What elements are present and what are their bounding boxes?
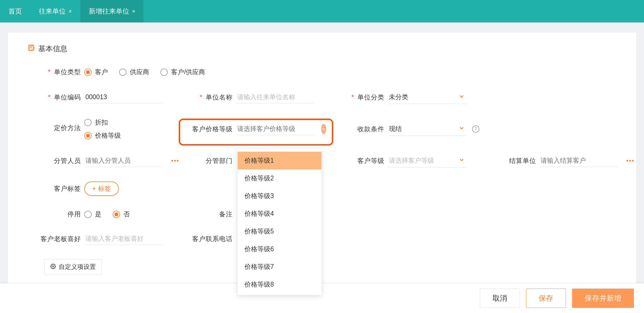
label-settlement-unit: 结算单位 <box>491 156 536 165</box>
input-unit-name[interactable] <box>236 91 315 103</box>
tab-add-contact[interactable]: 新增往来单位 × <box>80 0 144 22</box>
field-disabled: 停用 是 否 <box>36 210 185 219</box>
dropdown-item[interactable]: 价格等级2 <box>238 169 321 187</box>
tab-contacts[interactable]: 往来单位 × <box>30 0 80 22</box>
tab-label: 首页 <box>8 7 22 16</box>
dropdown-price-level[interactable]: 价格等级1 价格等级2 价格等级3 价格等级4 价格等级5 价格等级6 价格等级… <box>238 149 321 295</box>
input-settlement-wrap[interactable]: ••• <box>539 155 618 167</box>
input-manager-wrap[interactable]: ••• <box>84 155 163 167</box>
label-boss-pref: 客户老板喜好 <box>36 235 81 243</box>
label-price-level: 客户价格等级 <box>188 125 233 133</box>
tag-btn-label: 标签 <box>98 184 111 193</box>
dropdown-item[interactable]: 价格等级8 <box>238 276 321 293</box>
label-customer-level: 客户等级 <box>339 156 384 165</box>
radio-no[interactable]: 否 <box>113 210 130 219</box>
radio-label: 价格等级 <box>95 131 121 140</box>
close-icon[interactable]: × <box>132 8 135 15</box>
cancel-button[interactable]: 取消 <box>480 289 520 308</box>
field-unit-category: 单位分类 未分类 <box>339 90 488 104</box>
input-price-level[interactable] <box>236 123 321 135</box>
radio-yes[interactable]: 是 <box>84 210 101 219</box>
radio-icon <box>119 69 126 76</box>
dropdown-item[interactable]: 价格等级3 <box>238 187 321 205</box>
select-payment-terms[interactable]: 现结 <box>388 122 466 136</box>
add-tag-button[interactable]: + 标签 <box>84 182 119 196</box>
label-department: 分管部门 <box>188 156 233 165</box>
field-settlement-unit: 结算单位 ••• <box>491 155 640 167</box>
main-panel: 基本信息 单位类型 客户 供应商 客户/供应商 <box>8 33 636 285</box>
radio-discount[interactable]: 折扣 <box>84 118 121 127</box>
dropdown-item[interactable]: 价格等级7 <box>238 258 321 276</box>
section-title: 基本信息 <box>38 44 67 54</box>
section-header: 基本信息 <box>28 44 616 54</box>
radio-label: 供应商 <box>130 68 149 76</box>
radio-icon <box>84 69 92 76</box>
radio-icon <box>160 69 168 76</box>
input-settlement[interactable] <box>539 155 625 167</box>
radio-label: 客户 <box>95 68 108 76</box>
more-icon[interactable]: ••• <box>169 157 181 164</box>
radio-price-level[interactable]: 价格等级 <box>84 131 121 140</box>
select-value: 现结 <box>388 122 457 135</box>
select-placeholder: 请选择客户等级 <box>388 154 457 167</box>
radio-group-pricing: 折扣 价格等级 <box>84 118 121 140</box>
custom-fields-button[interactable]: 自定义项设置 <box>44 259 102 275</box>
radio-group-unit-type: 客户 供应商 客户/供应商 <box>84 68 205 76</box>
field-unit-code: 单位编码 <box>36 91 185 103</box>
field-manager: 分管人员 ••• <box>36 155 185 167</box>
field-customer-level: 客户等级 请选择客户等级 <box>339 154 488 167</box>
close-icon[interactable]: × <box>69 8 72 15</box>
select-price-level[interactable] <box>236 123 315 135</box>
dropdown-item[interactable]: 价格等级5 <box>238 223 321 240</box>
radio-group-disabled: 是 否 <box>84 210 130 219</box>
label-disabled: 停用 <box>36 210 81 219</box>
label-manager: 分管人员 <box>36 156 81 165</box>
radio-label: 客户/供应商 <box>171 68 205 76</box>
radio-icon <box>84 211 92 218</box>
save-button[interactable]: 保存 <box>526 289 566 308</box>
plus-icon: + <box>92 185 96 192</box>
radio-label: 是 <box>95 210 101 219</box>
gear-icon <box>50 264 56 271</box>
field-unit-type: 单位类型 客户 供应商 客户/供应商 <box>36 68 640 76</box>
field-boss-pref: 客户老板喜好 <box>36 233 185 245</box>
footer-bar: 取消 保存 保存并新增 <box>0 283 644 313</box>
field-customer-tag: 客户标签 + 标签 <box>36 182 640 196</box>
custom-fields-label: 自定义项设置 <box>59 263 96 271</box>
label-unit-name: 单位名称 <box>188 93 233 102</box>
radio-icon <box>84 132 92 139</box>
dropdown-item[interactable]: 价格等级6 <box>238 240 321 258</box>
help-icon[interactable]: ? <box>472 125 479 133</box>
select-unit-category[interactable]: 未分类 <box>388 90 466 104</box>
tab-label: 往来单位 <box>39 7 66 16</box>
label-remark: 备注 <box>188 210 233 219</box>
input-unit-code[interactable] <box>84 91 163 103</box>
dropdown-item[interactable]: 价格等级4 <box>238 205 321 223</box>
save-and-new-button[interactable]: 保存并新增 <box>572 289 634 308</box>
radio-icon <box>113 211 120 218</box>
radio-label: 折扣 <box>95 118 108 127</box>
label-pricing-method: 定价方法 <box>36 118 81 132</box>
tab-bar: 首页 往来单位 × 新增往来单位 × <box>0 0 644 22</box>
chevron-down-icon <box>457 125 466 133</box>
radio-supplier[interactable]: 供应商 <box>119 68 149 76</box>
field-pricing-method: 定价方法 折扣 价格等级 <box>36 118 185 140</box>
radio-customer[interactable]: 客户 <box>84 68 108 76</box>
radio-label: 否 <box>123 210 130 219</box>
radio-both[interactable]: 客户/供应商 <box>160 68 205 76</box>
chevron-down-icon <box>457 157 466 164</box>
field-price-level: 客户价格等级 <box>188 123 337 135</box>
more-icon[interactable]: ••• <box>625 157 636 164</box>
label-unit-code: 单位编码 <box>36 93 81 102</box>
tab-home[interactable]: 首页 <box>0 0 30 22</box>
label-unit-type: 单位类型 <box>36 68 81 76</box>
input-manager[interactable] <box>84 155 169 167</box>
select-customer-level[interactable]: 请选择客户等级 <box>388 154 466 167</box>
label-unit-category: 单位分类 <box>339 93 384 102</box>
select-value: 未分类 <box>388 90 457 104</box>
input-boss-pref[interactable] <box>84 233 163 245</box>
label-payment-terms: 收款条件 <box>339 125 384 133</box>
field-payment-terms: 收款条件 现结 ? <box>339 122 488 136</box>
label-contact-phone: 客户联系电话 <box>188 235 233 243</box>
dropdown-item[interactable]: 价格等级1 <box>238 152 321 169</box>
